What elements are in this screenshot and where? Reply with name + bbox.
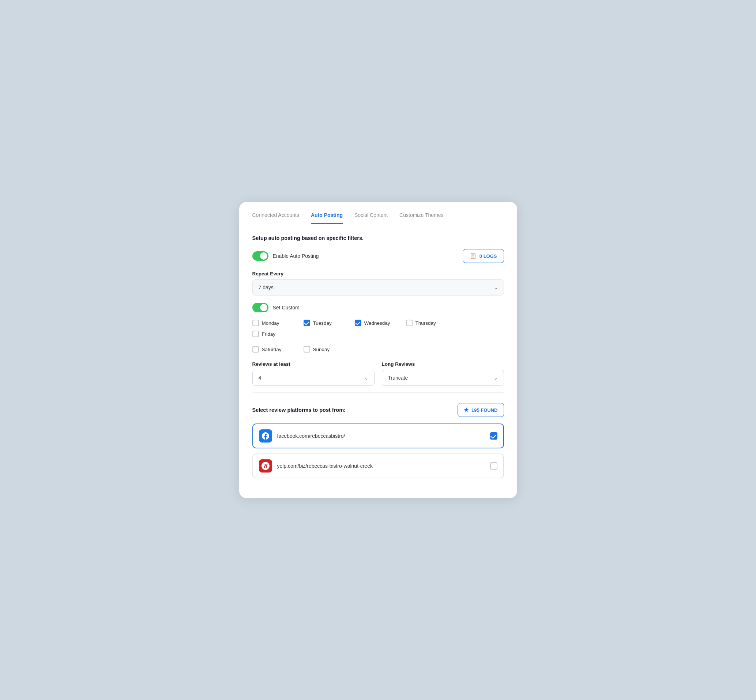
platforms-header: Select review platforms to post from: ★ …	[252, 403, 504, 417]
logs-button[interactable]: 📋 0 LOGS	[463, 249, 504, 263]
friday-checkbox[interactable]	[252, 331, 259, 337]
day-saturday: Saturday	[252, 346, 303, 353]
thursday-checkbox[interactable]	[406, 320, 412, 326]
toggle-left-group: Enable Auto Posting	[252, 251, 319, 261]
reviews-at-least-value: 4	[259, 375, 261, 381]
yelp-url: yelp.com/biz/rebeccas-bistro-walnut-cree…	[277, 463, 485, 469]
long-reviews-col: Long Reviews Truncate ⌄	[382, 361, 504, 386]
enable-auto-posting-row: Enable Auto Posting 📋 0 LOGS	[252, 249, 504, 263]
wednesday-checkbox[interactable]	[355, 320, 361, 326]
day-tuesday: Tuesday	[303, 320, 355, 326]
set-custom-row: Set Custom	[252, 303, 504, 312]
long-reviews-chevron-icon: ⌄	[494, 375, 498, 381]
facebook-checkbox[interactable]	[490, 432, 497, 440]
enable-auto-posting-label: Enable Auto Posting	[273, 253, 319, 259]
day-sunday: Sunday	[303, 346, 355, 353]
section-subtitle: Setup auto posting based on specific fil…	[252, 235, 504, 241]
main-card: Connected Accounts Auto Posting Social C…	[239, 202, 517, 498]
content-area: Setup auto posting based on specific fil…	[239, 224, 517, 478]
friday-label: Friday	[262, 331, 276, 337]
set-custom-label: Set Custom	[273, 305, 300, 311]
sunday-checkbox[interactable]	[303, 346, 310, 353]
divider	[252, 392, 504, 393]
set-custom-toggle[interactable]	[252, 303, 269, 312]
reviews-row: Reviews at least 4 ⌄ Long Reviews Trunca…	[252, 361, 504, 386]
tab-connected-accounts[interactable]: Connected Accounts	[252, 212, 299, 224]
monday-checkbox[interactable]	[252, 320, 259, 326]
wednesday-label: Wednesday	[364, 320, 390, 326]
tuesday-checkbox[interactable]	[303, 320, 310, 326]
platform-item-facebook[interactable]: facebook.com/rebeccasbistro/	[252, 423, 504, 448]
reviews-chevron-icon: ⌄	[364, 375, 368, 381]
chevron-down-icon: ⌄	[494, 285, 498, 291]
facebook-icon	[259, 430, 272, 442]
repeat-every-select[interactable]: 7 days ⌄	[252, 280, 504, 295]
tab-social-content[interactable]: Social Content	[355, 212, 388, 224]
tab-auto-posting[interactable]: Auto Posting	[311, 212, 343, 224]
repeat-every-label: Repeat Every	[252, 271, 504, 277]
yelp-icon	[259, 459, 272, 472]
days-row-2: Saturday Sunday	[252, 346, 504, 357]
platform-item-yelp[interactable]: yelp.com/biz/rebeccas-bistro-walnut-cree…	[252, 453, 504, 478]
toggle-knob	[260, 252, 267, 260]
tab-customize-themes[interactable]: Customize Themes	[399, 212, 443, 224]
thursday-label: Thursday	[415, 320, 436, 326]
found-button[interactable]: ★ 195 FOUND	[458, 403, 504, 417]
day-thursday: Thursday	[406, 320, 457, 326]
found-btn-label: 195 FOUND	[472, 408, 498, 413]
day-monday: Monday	[252, 320, 303, 326]
reviews-at-least-col: Reviews at least 4 ⌄	[252, 361, 375, 386]
day-wednesday: Wednesday	[355, 320, 406, 326]
page-background: Connected Accounts Auto Posting Social C…	[0, 0, 756, 700]
logs-icon: 📋	[470, 253, 476, 259]
long-reviews-label: Long Reviews	[382, 361, 504, 367]
reviews-at-least-label: Reviews at least	[252, 361, 375, 367]
facebook-url: facebook.com/rebeccasbistro/	[277, 433, 485, 439]
yelp-checkbox[interactable]	[490, 462, 497, 470]
platforms-title: Select review platforms to post from:	[252, 407, 346, 413]
reviews-at-least-select[interactable]: 4 ⌄	[252, 370, 375, 386]
tab-bar: Connected Accounts Auto Posting Social C…	[239, 202, 517, 224]
logs-btn-label: 0 LOGS	[480, 253, 497, 259]
sunday-label: Sunday	[313, 347, 330, 352]
tuesday-label: Tuesday	[313, 320, 332, 326]
repeat-every-value: 7 days	[259, 284, 273, 291]
monday-label: Monday	[262, 320, 280, 326]
enable-auto-posting-toggle[interactable]	[252, 251, 269, 261]
saturday-checkbox[interactable]	[252, 346, 259, 353]
day-friday: Friday	[252, 331, 303, 337]
set-custom-toggle-knob	[260, 304, 267, 311]
long-reviews-value: Truncate	[388, 375, 408, 381]
long-reviews-select[interactable]: Truncate ⌄	[382, 370, 504, 386]
days-row-1: Monday Tuesday Wednesday Thursday Friday	[252, 320, 504, 342]
star-icon: ★	[464, 407, 469, 413]
saturday-label: Saturday	[262, 347, 282, 352]
